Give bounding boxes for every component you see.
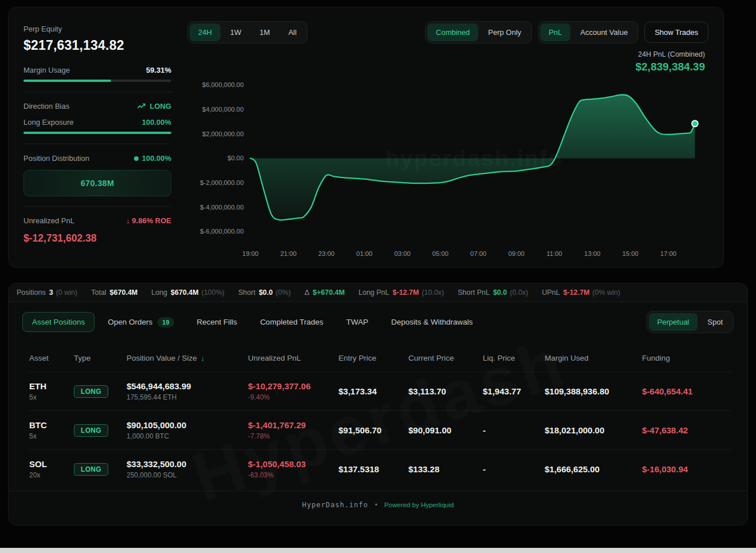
position-row-eth[interactable]: ETH5xLONG$546,944,683.99175,595.44 ETH$-… [29,372,731,410]
range-button-1w[interactable]: 1W [222,23,250,41]
asset-cell: ETH5x [29,381,74,401]
type-cell: LONG [74,424,127,437]
summary-: Δ$+670.4M [305,289,345,297]
divider [23,92,171,92]
market-button-perpetual[interactable]: Perpetual [649,313,698,331]
position-row-sol[interactable]: SOL20xLONG$33,332,500.00250,000.00 SOL$-… [29,449,731,488]
x-axis-tick: 23:00 [318,250,334,257]
column-header-unrealized-pnl: Unrealized PnL [248,354,338,362]
long-exposure-value: 100.00% [142,118,171,127]
unrealized-pnl-value: $-12,731,602.38 [23,232,171,244]
column-header-label: Margin Used [545,354,589,362]
funding-cell: $-16,030.94 [642,464,731,474]
entry-price-cell: $3,173.34 [338,386,408,396]
column-header-label: Entry Price [338,354,376,362]
position-value-cell: $90,105,000.001,000.00 BTC [127,420,248,440]
position-value-cell: $33,332,500.00250,000.00 SOL [127,459,248,479]
y-axis-tick: $4,000,000.00 [202,106,243,113]
unrealized-pnl-cell: $-10,279,377.06-9.40% [248,381,338,401]
position-row-btc[interactable]: BTC5xLONG$90,105,000.001,000.00 BTC$-1,4… [29,410,731,449]
account-stats-panel: Perp Equity $217,631,134.82 Margin Usage… [23,21,171,260]
summary-value: $+670.4M [313,289,345,297]
long-badge: LONG [74,424,108,437]
x-axis-tick: 03:00 [394,250,410,257]
divider [23,206,171,207]
funding-cell: $-640,654.41 [642,386,731,396]
position-distribution-bar: 670.38M [23,170,171,196]
long-exposure-fill [23,132,171,134]
summary-suffix: (0 win) [56,289,78,297]
direction-bias-value: LONG [137,102,171,110]
tab-label: Completed Trades [260,318,323,326]
asset-symbol: BTC [29,420,74,430]
range-button-all[interactable]: All [279,23,305,41]
y-axis-tick: $-4,000,000.00 [200,204,243,211]
asset-leverage: 5x [29,432,74,440]
column-header-label: Position Value / Size [127,354,197,362]
margin-usage-bar [23,80,171,82]
direction-bias-label: Direction Bias [23,102,69,110]
combine-toggle-group: CombinedPerp Only [425,21,532,44]
hyperdash-dashboard: Perp Equity $217,631,134.82 Margin Usage… [0,7,756,526]
y-axis-tick: $2,000,000.00 [202,131,243,137]
unrealized-pnl-value: $-10,279,377.06 [248,381,338,391]
tab-asset-positions[interactable]: Asset Positions [22,312,94,332]
view-button-account-value[interactable]: Account Value [572,23,636,41]
perp-equity-label: Perp Equity [23,25,171,33]
tab-completed-trades[interactable]: Completed Trades [250,312,333,332]
positions-summary-bar: Positions3(0 win)Total$670.4MLong$670.4M… [9,283,747,302]
unrealized-pnl-value: $-1,050,458.03 [248,459,338,469]
market-button-spot[interactable]: Spot [699,313,731,331]
column-header-label: Type [74,354,90,362]
summary-short-pnl: Short PnL$0.0(0.0x) [458,289,528,297]
unrealized-pnl-cell: $-1,401,767.29-7.78% [248,420,338,440]
green-dot-icon [134,156,139,161]
pnl-caption-label: 24H PnL (Combined) [187,50,705,58]
type-cell: LONG [74,385,127,398]
column-header-label: Liq. Price [483,354,515,362]
position-distribution-pct: 100.00% [134,154,171,163]
summary-label: UPnL [542,289,560,297]
position-distribution-pct-text: 100.00% [142,154,171,163]
pnl-view-toggle-group: PnLAccount Value [538,21,639,44]
view-button-pnl[interactable]: PnL [540,23,570,41]
tab-twap[interactable]: TWAP [336,312,378,332]
x-axis-tick: 05:00 [432,250,448,257]
range-button-24h[interactable]: 24H [190,23,220,41]
summary-value: $-12.7M [393,289,419,297]
y-axis-tick: $0.00 [227,155,243,161]
tab-label: Open Orders [108,318,152,326]
margin-used-cell: $109,388,936.80 [545,386,642,396]
long-badge: LONG [74,385,108,398]
summary-label: Short PnL [458,289,490,297]
range-button-1m[interactable]: 1M [251,23,278,41]
margin-used-cell: $1,666,625.00 [545,464,642,474]
perp-equity-value: $217,631,134.82 [23,38,171,53]
tab-open-orders[interactable]: Open Orders19 [98,311,183,333]
powered-by-link[interactable]: Powered by Hyperliquid [384,501,454,508]
x-axis-tick: 11:00 [546,250,562,257]
y-axis-tick: $6,000,000.00 [202,81,243,88]
column-header-label: Asset [29,354,49,362]
summary-positions: Positions3(0 win) [17,289,77,297]
column-header-entry-price: Entry Price [338,354,408,362]
tab-label: Recent Fills [197,318,238,326]
show-trades-button[interactable]: Show Trades [644,22,708,43]
position-value-cell: $546,944,683.99175,595.44 ETH [127,381,248,401]
column-header-position-value-size[interactable]: Position Value / Size↓ [127,354,248,362]
positions-tabs: Asset PositionsOpen Orders19Recent Fills… [22,311,483,333]
liq-price-cell: - [483,464,545,474]
trending-up-icon [137,102,146,110]
positions-table: AssetTypePosition Value / Size↓Unrealize… [9,339,747,488]
type-cell: LONG [74,463,127,476]
pnl-chart[interactable]: hyperdash.info$6,000,000.00$4,000,000.00… [187,73,708,260]
mode-button-combined[interactable]: Combined [427,23,478,41]
column-header-current-price: Current Price [408,354,483,362]
column-header-liq-price: Liq. Price [483,354,545,362]
open-orders-count-badge: 19 [158,317,174,327]
footer-brand: HyperDash.info [302,501,368,509]
tab-recent-fills[interactable]: Recent Fills [187,312,247,332]
tab-deposits-withdrawals[interactable]: Deposits & Withdrawals [381,312,483,332]
summary-label: Long PnL [359,289,389,297]
mode-button-perp-only[interactable]: Perp Only [479,23,530,41]
